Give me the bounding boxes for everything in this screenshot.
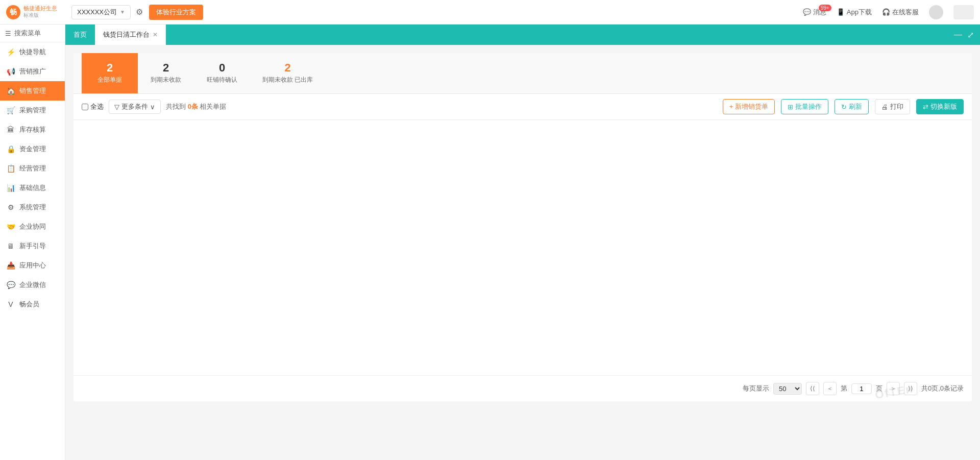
total-text: 共0页,0条记录	[921, 384, 964, 393]
switch-label: 切换新版	[930, 102, 957, 111]
sidebar-label-1: 营销推广	[19, 67, 46, 76]
sidebar-label-10: 新手引导	[19, 241, 46, 251]
per-page-label: 每页显示	[743, 384, 769, 393]
sidebar-label-7: 基础信息	[19, 183, 46, 192]
found-text: 共找到 0条 相关单据	[166, 102, 226, 111]
refresh-button[interactable]: ↻ 刷新	[835, 99, 869, 114]
settings-icon[interactable]: ⚙	[136, 7, 143, 17]
label-all: 全部单据	[94, 76, 126, 84]
toolbar: 全选 ▽ 更多条件 ∨ 共找到 0条 相关单据 + 新增销货单 ⊞ 批量操作	[74, 94, 972, 120]
sidebar-label-9: 企业协同	[19, 222, 46, 231]
download-icon: 📱	[837, 8, 845, 16]
main-content: 2 全部单据 2 到期未收款 0 旺铺待确认 2 到期未收款 已出库 全选	[65, 45, 980, 460]
avatar[interactable]	[929, 5, 943, 19]
filter-icon: ▽	[114, 103, 119, 111]
page-label: 第	[841, 384, 847, 393]
sidebar-icon-9: 🤝	[6, 222, 15, 231]
company-selector[interactable]: XXXXXX公司 ▼	[71, 5, 131, 19]
sidebar-nav: ⚡快捷导航📢营销推广🏠销售管理🛒采购管理🏛库存核算🔒资金管理📋经营管理📊基础信息…	[0, 42, 65, 314]
add-order-button[interactable]: + 新增销货单	[723, 99, 775, 114]
filter-button[interactable]: ▽ 更多条件 ∨	[109, 100, 161, 114]
print-button[interactable]: 🖨 打印	[875, 99, 910, 114]
sidebar-item-13[interactable]: V畅会员	[0, 295, 65, 314]
next-page-button[interactable]: ＞	[887, 382, 900, 395]
filter-label: 更多条件	[121, 102, 148, 111]
search-menu-label: 搜索菜单	[14, 29, 41, 38]
sidebar-icon-3: 🛒	[6, 106, 15, 115]
sidebar-item-0[interactable]: ⚡快捷导航	[0, 42, 65, 62]
page-size-select[interactable]: 50 100 200	[773, 383, 802, 395]
app-version: 标准版	[23, 12, 57, 19]
sidebar-item-10[interactable]: 🖥新手引导	[0, 236, 65, 256]
tab-minimize-icon[interactable]: —	[954, 30, 962, 39]
label-overdue-shipped: 到期未收款 已出库	[262, 76, 313, 84]
sidebar-item-1[interactable]: 📢营销推广	[0, 62, 65, 81]
header-right: 💬 消息 99+ 📱 App下载 🎧 在线客服	[803, 5, 974, 19]
sidebar-label-3: 采购管理	[19, 106, 46, 115]
sidebar-item-8[interactable]: ⚙系统管理	[0, 198, 65, 217]
sidebar-label-0: 快捷导航	[19, 47, 46, 57]
app-name: 畅捷通好生意	[23, 5, 57, 12]
sidebar-item-6[interactable]: 📋经营管理	[0, 159, 65, 178]
last-page-button[interactable]: ⟩⟩	[904, 382, 917, 395]
message-badge: 99+	[819, 5, 831, 11]
sidebar-item-3[interactable]: 🛒采购管理	[0, 101, 65, 120]
toolbar-right: + 新增销货单 ⊞ 批量操作 ↻ 刷新 🖨 打印 ⇄ 切换新版	[723, 99, 964, 114]
chevron-down-icon: ▼	[120, 9, 125, 15]
sidebar-icon-0: ⚡	[6, 47, 15, 57]
sidebar: ☰ 搜索菜单 ⚡快捷导航📢营销推广🏠销售管理🛒采购管理🏛库存核算🔒资金管理📋经营…	[0, 0, 65, 460]
sidebar-label-2: 销售管理	[19, 86, 46, 95]
sidebar-label-13: 畅会员	[19, 300, 39, 309]
checkbox-input[interactable]	[82, 104, 88, 110]
tab-home[interactable]: 首页	[65, 25, 95, 45]
search-menu-item[interactable]: ☰ 搜索菜单	[0, 25, 65, 42]
tab-bar-actions: — ⤢	[954, 30, 980, 40]
select-all-checkbox[interactable]: 全选	[82, 102, 104, 111]
count-wangpu: 0	[206, 61, 238, 75]
sidebar-icon-4: 🏛	[6, 125, 15, 134]
sidebar-label-6: 经营管理	[19, 164, 46, 173]
sidebar-item-7[interactable]: 📊基础信息	[0, 178, 65, 198]
pagination: 每页显示 50 100 200 ⟨⟨ ＜ 第 页 ＞ ⟩⟩ 共0页,0条记录	[74, 375, 972, 401]
sidebar-label-11: 应用中心	[19, 261, 46, 270]
batch-label: 批量操作	[795, 102, 822, 111]
prev-page-button[interactable]: ＜	[823, 382, 837, 395]
sidebar-item-11[interactable]: 📥应用中心	[0, 256, 65, 275]
tab-home-label: 首页	[74, 30, 87, 39]
summary-tab-all[interactable]: 2 全部单据	[82, 53, 138, 93]
sidebar-icon-8: ⚙	[6, 203, 15, 212]
sidebar-label-8: 系统管理	[19, 203, 46, 212]
print-icon: 🖨	[881, 103, 888, 111]
batch-operation-button[interactable]: ⊞ 批量操作	[781, 99, 828, 114]
sidebar-icon-11: 📥	[6, 261, 15, 270]
first-page-button[interactable]: ⟨⟨	[806, 382, 819, 395]
sidebar-label-12: 企业微信	[19, 280, 46, 289]
list-area	[74, 120, 972, 375]
tab-close-icon[interactable]: ✕	[153, 31, 158, 38]
app-download-item[interactable]: 📱 App下载	[837, 8, 872, 17]
page-input[interactable]	[851, 383, 872, 394]
label-wangpu: 旺铺待确认	[206, 76, 238, 84]
sidebar-item-9[interactable]: 🤝企业协同	[0, 217, 65, 236]
sidebar-item-12[interactable]: 💬企业微信	[0, 275, 65, 295]
sidebar-icon-1: 📢	[6, 67, 15, 76]
switch-new-button[interactable]: ⇄ 切换新版	[916, 99, 964, 114]
user-name-area[interactable]	[953, 5, 974, 19]
select-all-label: 全选	[90, 102, 104, 111]
summary-tab-wangpu[interactable]: 0 旺铺待确认	[194, 53, 250, 93]
summary-tab-overdue-shipped[interactable]: 2 到期未收款 已出库	[250, 53, 325, 93]
app-download-label: App下载	[847, 8, 872, 17]
online-service-item[interactable]: 🎧 在线客服	[882, 8, 919, 17]
tab-qhrc[interactable]: 钱货日清工作台 ✕	[95, 25, 166, 45]
sidebar-label-4: 库存核算	[19, 125, 46, 134]
summary-tab-overdue[interactable]: 2 到期未收款	[138, 53, 194, 93]
sidebar-item-4[interactable]: 🏛库存核算	[0, 120, 65, 139]
tab-maximize-icon[interactable]: ⤢	[967, 30, 974, 40]
experience-button[interactable]: 体验行业方案	[149, 5, 203, 20]
sidebar-item-5[interactable]: 🔒资金管理	[0, 139, 65, 159]
message-item[interactable]: 💬 消息 99+	[803, 8, 826, 17]
refresh-icon: ↻	[841, 103, 847, 111]
tab-bar: 首页 钱货日清工作台 ✕ — ⤢	[65, 25, 980, 45]
sidebar-item-2[interactable]: 🏠销售管理	[0, 81, 65, 101]
top-header: 畅 畅捷通好生意 标准版 XXXXXX公司 ▼ ⚙ 体验行业方案 💬 消息 99…	[0, 0, 980, 25]
